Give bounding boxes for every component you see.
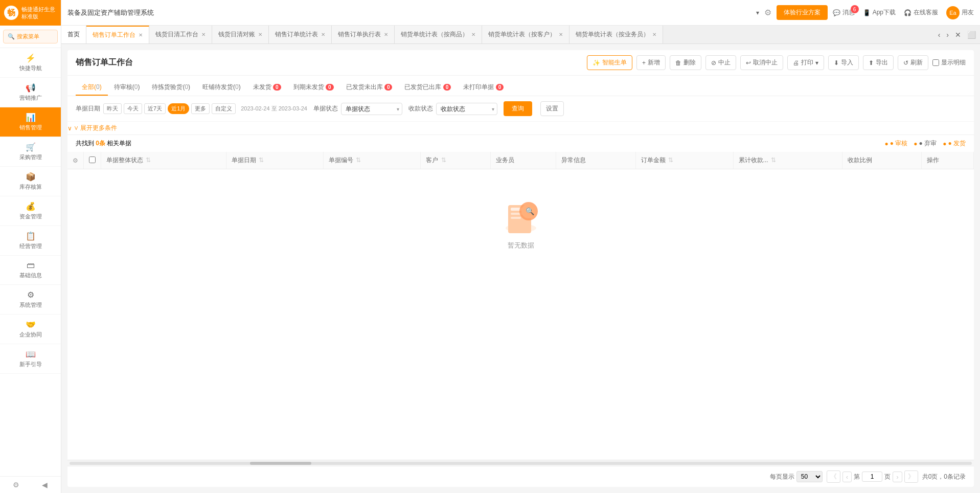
sidebar-item-finance[interactable]: 💰 资金管理 xyxy=(0,196,61,226)
sub-tab-shipped-not-out[interactable]: 已发货未出库 0 xyxy=(340,80,399,96)
tab-cash-account[interactable]: 钱货日清对账 ✕ xyxy=(212,26,269,44)
results-count-area: 共找到 0条 相关单据 xyxy=(76,139,131,148)
tabs-maximize-button[interactable]: ⬜ xyxy=(965,29,978,41)
topbar: 装备及固定资产辅助管理系统 ▾ ⚙ 体验行业方案 💬 💬 6 消息 📱 App下… xyxy=(61,0,980,26)
tab-sales-summary-staff[interactable]: 销货单统计表（按业务员） ✕ xyxy=(569,26,663,44)
date-today-btn[interactable]: 今天 xyxy=(124,103,142,114)
cancel-stop-button[interactable]: ↩ 取消中止 xyxy=(740,55,783,70)
page-number-input[interactable] xyxy=(862,472,882,482)
sidebar-collapse-button[interactable]: ◀ xyxy=(33,481,57,489)
tab-close-sales-summary-staff[interactable]: ✕ xyxy=(652,32,656,37)
date-more-btn[interactable]: 更多 xyxy=(191,103,210,114)
sidebar-settings-button[interactable]: ⚙ xyxy=(4,481,29,489)
tab-close-sales-summary-product[interactable]: ✕ xyxy=(471,32,475,37)
sidebar-search-section: 🔍 搜索菜单 xyxy=(0,26,61,48)
setting-button[interactable]: 设置 xyxy=(540,101,564,116)
sidebar-item-quick-nav[interactable]: ⚡ 快捷导航 xyxy=(0,48,61,78)
date-yesterday-btn[interactable]: 昨天 xyxy=(103,103,122,114)
date-custom-btn[interactable]: 自定义 xyxy=(212,103,236,114)
date-1month-btn[interactable]: 近1月 xyxy=(168,103,189,114)
tabs-prev-button[interactable]: ‹ xyxy=(936,29,943,41)
tabs-close-all-button[interactable]: ✕ xyxy=(953,29,963,41)
date-7days-btn[interactable]: 近7天 xyxy=(144,103,166,114)
add-button[interactable]: + 新增 xyxy=(636,55,666,70)
show-details-input[interactable] xyxy=(932,59,939,66)
date-options: 昨天 今天 近7天 近1月 更多 自定义 xyxy=(103,103,236,114)
refresh-button[interactable]: ↺ 刷新 xyxy=(898,55,928,70)
tab-close-sales-stats[interactable]: ✕ xyxy=(321,32,325,37)
expand-conditions-button[interactable]: ∨ ∨ 展开更多条件 xyxy=(67,124,974,132)
tab-sales-exec[interactable]: 销售订单执行表 ✕ xyxy=(332,26,395,44)
sort-amount-icon[interactable]: ⇅ xyxy=(668,156,673,164)
sidebar-item-inventory[interactable]: 📦 库存核算 xyxy=(0,167,61,196)
sort-number-icon[interactable]: ⇅ xyxy=(356,156,361,164)
message-button[interactable]: 💬 💬 6 消息 xyxy=(833,8,855,17)
smart-create-button[interactable]: ✨ 智能生单 xyxy=(587,55,632,70)
industry-solution-button[interactable]: 体验行业方案 xyxy=(777,5,828,20)
tab-home[interactable]: 首页 xyxy=(61,26,86,44)
scroll-thumb[interactable] xyxy=(250,462,311,465)
tab-close-sales-summary-customer[interactable]: ✕ xyxy=(559,32,563,37)
status-select[interactable]: 单据状态 xyxy=(341,103,402,115)
unapprove-dot-icon: ● xyxy=(914,140,917,147)
export-button[interactable]: ⬆ 导出 xyxy=(863,55,894,70)
audit-button[interactable]: ● ● 审核 xyxy=(884,139,907,148)
sub-tab-pending-review[interactable]: 待审核(0) xyxy=(108,80,146,96)
sidebar-item-operations[interactable]: 📋 经营管理 xyxy=(0,226,61,256)
app-download-button[interactable]: 📱 App下载 xyxy=(863,8,896,17)
th-settings[interactable]: ⚙ xyxy=(67,152,84,169)
tab-close-sales-workbench[interactable]: ✕ xyxy=(139,32,143,38)
sidebar-item-system[interactable]: ⚙ 系统管理 xyxy=(0,285,61,315)
online-service-button[interactable]: 🎧 在线客服 xyxy=(904,8,938,17)
system-dropdown[interactable]: ▾ xyxy=(756,9,759,16)
last-page-button[interactable]: 》 xyxy=(904,470,918,483)
sub-tab-unshipped[interactable]: 未发货 0 xyxy=(247,80,287,96)
sub-tab-wangpu-ship[interactable]: 旺铺待发货(0) xyxy=(196,80,247,96)
show-details-checkbox[interactable]: 显示明细 xyxy=(932,58,966,67)
sort-status-icon[interactable]: ⇅ xyxy=(146,156,151,164)
user-menu[interactable]: Ea 用友 xyxy=(946,6,974,19)
sort-customer-icon[interactable]: ⇅ xyxy=(441,156,446,164)
tab-close-cash-daily[interactable]: ✕ xyxy=(201,32,206,37)
tab-close-cash-account[interactable]: ✕ xyxy=(258,32,262,37)
th-exception: 异常信息 xyxy=(556,152,636,169)
sidebar-item-marketing[interactable]: 📢 营销推广 xyxy=(0,78,61,107)
stop-button[interactable]: ⊘ 中止 xyxy=(705,55,736,70)
sidebar-item-guide[interactable]: 📖 新手引导 xyxy=(0,344,61,374)
tab-cash-daily[interactable]: 钱货日清工作台 ✕ xyxy=(149,26,212,44)
page-size-select[interactable]: 20 50 100 xyxy=(796,471,823,482)
horizontal-scrollbar[interactable] xyxy=(67,460,974,466)
sub-tab-unprinted[interactable]: 未打印单据 0 xyxy=(457,80,510,96)
prev-page-button[interactable]: ‹ xyxy=(842,472,852,482)
tab-sales-workbench[interactable]: 销售订单工作台 ✕ xyxy=(86,26,149,44)
sidebar-item-sales[interactable]: 📊 销售管理 xyxy=(0,107,61,137)
sub-tab-overdue-unshipped[interactable]: 到期未发货 0 xyxy=(287,80,340,96)
sub-tab-pending-inspect[interactable]: 待拣货验货(0) xyxy=(146,80,196,96)
select-all-checkbox[interactable] xyxy=(89,156,96,163)
first-page-button[interactable]: 《 xyxy=(827,470,840,483)
tab-close-sales-exec[interactable]: ✕ xyxy=(384,32,388,37)
tab-sales-summary-customer[interactable]: 销货单统计表（按客户） ✕ xyxy=(482,26,569,44)
sidebar-item-basic[interactable]: 🗃 基础信息 xyxy=(0,256,61,285)
sort-date-icon[interactable]: ⇅ xyxy=(259,156,264,164)
sidebar-item-enterprise[interactable]: 🤝 企业协同 xyxy=(0,315,61,344)
sort-collected-icon[interactable]: ⇅ xyxy=(771,156,776,164)
topbar-settings-icon[interactable]: ⚙ xyxy=(764,8,771,17)
delete-button[interactable]: 🗑 删除 xyxy=(670,55,701,70)
unapprove-button[interactable]: ● ● 弃审 xyxy=(914,139,937,148)
import-button[interactable]: ⬇ 导入 xyxy=(828,55,859,70)
sidebar-item-purchase[interactable]: 🛒 采购管理 xyxy=(0,137,61,167)
next-page-button[interactable]: › xyxy=(893,472,902,482)
payment-select[interactable]: 收款状态 xyxy=(436,103,497,115)
print-button[interactable]: 🖨 打印 ▾ xyxy=(787,55,824,70)
sub-tab-shipped-out[interactable]: 已发货已出库 0 xyxy=(398,80,457,96)
sub-tab-all[interactable]: 全部(0) xyxy=(76,80,108,96)
query-button[interactable]: 查询 xyxy=(504,101,532,116)
ship-button[interactable]: ● ● 发货 xyxy=(943,139,966,148)
tab-sales-summary-product[interactable]: 销货单统计表（按商品） ✕ xyxy=(395,26,482,44)
message-badge: 6 xyxy=(851,5,859,13)
search-menu-button[interactable]: 🔍 搜索菜单 xyxy=(3,30,58,43)
tab-sales-stats[interactable]: 销售订单统计表 ✕ xyxy=(269,26,332,44)
system-name: 装备及固定资产辅助管理系统 xyxy=(67,8,751,17)
tabs-next-button[interactable]: › xyxy=(944,29,951,41)
